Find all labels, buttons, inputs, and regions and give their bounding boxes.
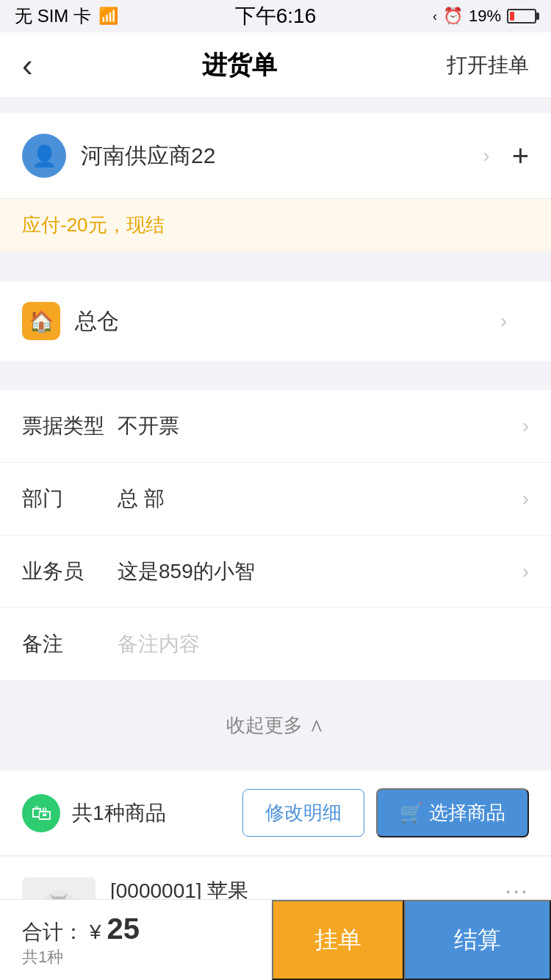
collapse-button[interactable]: 收起更多 ∧ [0,695,551,756]
supplier-chevron-icon: › [483,144,489,167]
bottom-bar: 合计： ¥ 25 共1种 挂单 结算 [0,899,551,980]
product-header-icon: 🛍 [22,794,60,832]
supplier-name: 河南供应商22 [81,141,483,171]
divider-1 [0,98,551,113]
warehouse-row[interactable]: 🏠 总仓 › [0,281,551,361]
supplier-section: 👤 河南供应商22 › + 应付-20元，现结 [0,113,551,251]
remark-row[interactable]: 备注 备注内容 [0,608,551,680]
product-header: 🛍 共1种商品 修改明细 🛒 选择商品 [0,771,551,856]
select-product-button[interactable]: 🛒 选择商品 [376,788,529,837]
hang-order-button[interactable]: 挂单 [272,900,404,980]
salesman-value: 这是859的小智 [118,558,515,586]
location-icon: ‹ [433,9,437,24]
add-supplier-button[interactable]: + [512,140,529,173]
salesman-chevron-icon: › [522,560,529,583]
dept-chevron-icon: › [522,487,529,511]
salesman-label: 业务员 [22,558,118,586]
nav-bar: ‹ 进货单 打开挂单 [0,32,551,98]
product-count-label: 共1种商品 [72,799,242,827]
warehouse-section: 🏠 总仓 › [0,281,551,361]
person-icon: 👤 [32,144,57,168]
ticket-type-value: 不开票 [118,412,515,440]
supplier-avatar: 👤 [22,134,66,178]
cart-icon: 🛒 [400,801,423,824]
warehouse-name: 总仓 [75,306,500,336]
divider-2 [0,266,551,281]
total-amount: 25 [107,912,140,945]
divider-4 [0,756,551,771]
total-label: 合计： [22,918,84,946]
wifi-icon: 📶 [98,7,118,26]
carrier-label: 无 SIM 卡 [15,4,91,28]
dept-value: 总 部 [118,485,515,513]
warehouse-chevron-icon: › [500,309,507,333]
status-right: ‹ ⏰ 19% [433,7,536,26]
settle-button[interactable]: 结算 [404,900,551,980]
total-line: 合计： ¥ 25 [22,912,250,946]
status-time: 下午6:16 [235,2,317,30]
back-button[interactable]: ‹ [22,47,33,84]
modify-detail-button[interactable]: 修改明细 [242,789,364,837]
battery-icon [507,9,536,24]
warehouse-icon: 🏠 [22,302,60,340]
ticket-type-label: 票据类型 [22,412,118,440]
open-hang-button[interactable]: 打开挂单 [447,51,529,79]
total-count: 共1种 [22,946,250,968]
remark-input[interactable]: 备注内容 [118,630,529,658]
status-left: 无 SIM 卡 📶 [15,4,118,28]
form-section: 票据类型 不开票 › 部门 总 部 › 业务员 这是859的小智 › 备注 备注… [0,390,551,680]
remark-label: 备注 [22,630,118,658]
dept-label: 部门 [22,485,118,513]
dept-row[interactable]: 部门 总 部 › [0,463,551,536]
supplier-row[interactable]: 👤 河南供应商22 › + [0,113,551,199]
battery-label: 19% [469,7,501,26]
supplier-notice: 应付-20元，现结 [0,199,551,251]
total-symbol: ¥ [90,920,101,944]
status-bar: 无 SIM 卡 📶 下午6:16 ‹ ⏰ 19% [0,0,551,32]
divider-3 [0,375,551,390]
ticket-chevron-icon: › [522,414,529,438]
page-title: 进货单 [202,48,277,82]
alarm-icon: ⏰ [443,7,463,26]
ticket-type-row[interactable]: 票据类型 不开票 › [0,390,551,463]
bag-icon: 🛍 [31,801,51,825]
total-section: 合计： ¥ 25 共1种 [0,900,272,980]
salesman-row[interactable]: 业务员 这是859的小智 › [0,536,551,608]
